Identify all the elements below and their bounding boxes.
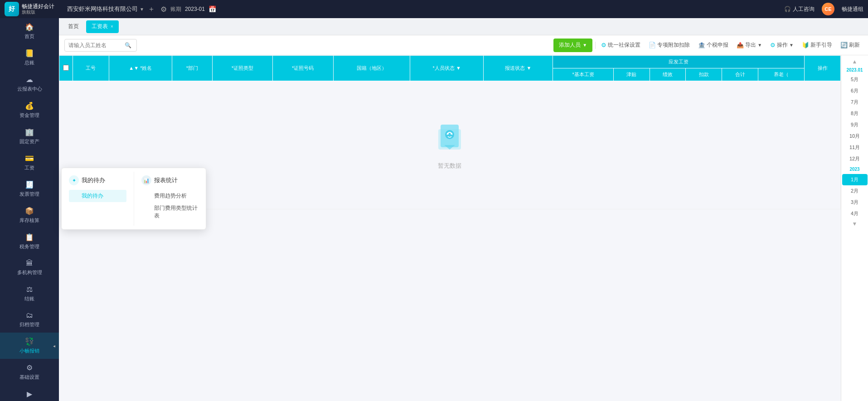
personal-tax-label: 个税申报 <box>707 41 728 49</box>
month-12[interactable]: 12月 <box>842 153 868 164</box>
asset-icon: 🏢 <box>25 128 34 136</box>
logo-text: 畅捷通好会计 旗舰版 <box>22 3 54 15</box>
month-9[interactable]: 9月 <box>842 119 868 130</box>
th-employee-id: 工号 <box>73 56 109 81</box>
popup-item-my-todo[interactable]: 我的待办 <box>69 190 126 202</box>
th-name[interactable]: ▲▼ *姓名 <box>109 56 172 81</box>
new-guide-action[interactable]: 🔰 新手引导 <box>799 39 835 52</box>
sidebar-item-archive[interactable]: 🗂 归档管理 <box>0 307 59 333</box>
year-label: 2023.01 <box>846 66 863 74</box>
operations-action[interactable]: ⚙ 操作 ▼ <box>767 39 796 52</box>
popup-item-dept-expense[interactable]: 部门费用类型统计表 <box>141 202 199 222</box>
cloud-icon: ☁ <box>26 75 33 84</box>
sidebar-item-fund[interactable]: 💰 资金管理 <box>0 97 59 123</box>
period-label: 账期 <box>170 5 181 13</box>
popup-menu: ✦ 我的待办 我的待办 📊 报表统计 费用趋势分析 部门费用类型统计表 <box>61 168 206 230</box>
th-id-type: *证照类型 <box>212 56 272 81</box>
company-selector[interactable]: 西安虾米网络科技有限公司 ▼ <box>67 5 144 13</box>
personal-tax-action[interactable]: 🏦 个税申报 <box>695 39 731 52</box>
fund-icon: 💰 <box>25 101 34 110</box>
export-action[interactable]: 📤 导出 ▼ <box>734 39 765 52</box>
sidebar-item-invoice[interactable]: 🧾 发票管理 <box>0 176 59 202</box>
sidebar-label-home: 首页 <box>24 33 34 40</box>
popup-section-icon-1: ✦ <box>69 175 79 185</box>
sidebar-item-xiaochang[interactable]: 💱 小畅报销 ◂ <box>0 333 59 359</box>
popup-title-2: 报表统计 <box>154 176 178 184</box>
sidebar-item-tax[interactable]: 📋 税务管理 <box>0 228 59 255</box>
table-header-row1: 工号 ▲▼ *姓名 *部门 *证照类型 *证照号码 国籍（地区） *人员状态 ▼… <box>59 56 841 68</box>
ops-label: 操作 <box>777 41 788 49</box>
support-button[interactable]: 🎧 人工咨询 <box>784 5 815 13</box>
th-id-number: *证照号码 <box>273 56 333 81</box>
sidebar-item-basic-settings[interactable]: ⚙ 基础设置 <box>0 359 59 385</box>
user-name: 畅捷通组 <box>842 5 863 13</box>
month-nav-down[interactable]: ▼ <box>850 219 859 228</box>
sidebar-label-tax: 税务管理 <box>19 243 39 250</box>
basic-settings-icon: ⚙ <box>26 363 33 372</box>
th-report-status[interactable]: 报送状态 ▼ <box>484 56 553 81</box>
sidebar-item-inventory[interactable]: 📦 库存核算 <box>0 202 59 228</box>
th-person-status[interactable]: *人员状态 ▼ <box>410 56 484 81</box>
social-insurance-action[interactable]: ⚙ 统一社保设置 <box>598 39 643 52</box>
sidebar-label-xiaochang: 小畅报销 <box>19 348 39 354</box>
top-bar: 好 畅捷通好会计 旗舰版 西安虾米网络科技有限公司 ▼ ＋ ⚙ 账期 2023-… <box>0 0 868 18</box>
select-all-checkbox[interactable] <box>63 65 69 71</box>
special-deduction-action[interactable]: 📄 专项附加扣除 <box>646 39 693 52</box>
month-nav-up[interactable]: ▲ <box>850 57 859 66</box>
guide-icon: ▶ <box>27 390 32 398</box>
calendar-icon[interactable]: 📅 <box>209 5 216 13</box>
sidebar-item-fixed-asset[interactable]: 🏢 固定资产 <box>0 123 59 150</box>
th-department: *部门 <box>172 56 213 81</box>
sidebar-item-salary[interactable]: 💳 工资 <box>0 150 59 176</box>
month-10[interactable]: 10月 <box>842 130 868 142</box>
new-guide-label: 新手引导 <box>810 41 832 49</box>
popup-section-title-2: 📊 报表统计 <box>141 175 199 185</box>
sidebar-item-cloud-report[interactable]: ☁ 云报表中心 <box>0 71 59 97</box>
tab-home[interactable]: 首页 <box>63 20 84 33</box>
popup-col-1: ✦ 我的待办 我的待办 <box>62 168 134 229</box>
sidebar-item-new-guide[interactable]: ▶ 新手引导 <box>0 385 59 401</box>
tab-salary-table[interactable]: 工资表 × <box>86 20 119 33</box>
sidebar-item-multi-org[interactable]: 🏛 多机构管理 <box>0 255 59 280</box>
month-2[interactable]: 2月 <box>842 185 868 197</box>
sidebar-label-archive: 归档管理 <box>19 321 39 328</box>
tab-close-icon[interactable]: × <box>111 24 113 29</box>
search-input[interactable] <box>68 42 123 48</box>
sidebar-item-settlement[interactable]: ⚖ 结账 <box>0 280 59 307</box>
tax-icon: 📋 <box>25 233 34 242</box>
ledger-icon: 📒 <box>25 49 34 58</box>
top-bar-right: 🎧 人工咨询 CE 畅捷通组 <box>784 3 863 15</box>
month-1-current[interactable]: 1月 <box>842 174 868 185</box>
popup-section-icon-2: 📊 <box>141 175 151 185</box>
sidebar-label-org: 多机构管理 <box>17 269 42 276</box>
sidebar-label-salary: 工资 <box>24 164 34 171</box>
month-8[interactable]: 8月 <box>842 108 868 119</box>
inventory-icon: 📦 <box>25 207 34 215</box>
year-2023: 2023 <box>842 164 868 174</box>
settings-icon[interactable]: ⚙ <box>160 5 167 14</box>
tab-home-label: 首页 <box>68 23 79 30</box>
sidebar-item-home[interactable]: 🏠 首页 <box>0 18 59 44</box>
avatar[interactable]: CE <box>822 3 834 15</box>
th-allowance: 津贴 <box>613 68 650 81</box>
toolbar-right: 添加人员 ▼ ⚙ 统一社保设置 📄 专项附加扣除 🏦 个税申报 📤 <box>553 39 863 52</box>
month-4[interactable]: 4月 <box>842 208 868 219</box>
search-box[interactable]: 🔍 <box>64 39 137 52</box>
xiaochang-icon: 💱 <box>25 337 34 346</box>
th-checkbox[interactable] <box>59 56 73 81</box>
th-operations: 操作 <box>805 56 841 81</box>
month-6[interactable]: 6月 <box>842 85 868 97</box>
company-name: 西安虾米网络科技有限公司 <box>67 5 138 13</box>
add-icon[interactable]: ＋ <box>148 5 155 14</box>
popup-item-expense-trend[interactable]: 费用趋势分析 <box>141 190 199 202</box>
month-7[interactable]: 7月 <box>842 97 868 108</box>
sidebar-label-fund: 资金管理 <box>19 112 39 119</box>
add-person-button[interactable]: 添加人员 ▼ <box>553 39 592 52</box>
month-3[interactable]: 3月 <box>842 197 868 208</box>
home-icon: 🏠 <box>25 23 34 31</box>
refresh-action[interactable]: 🔄 刷新 <box>838 39 863 52</box>
sidebar-label-basic: 基础设置 <box>19 374 39 381</box>
month-5[interactable]: 5月 <box>842 74 868 85</box>
sidebar-item-ledger[interactable]: 📒 总账 <box>0 44 59 71</box>
month-11[interactable]: 11月 <box>842 142 868 153</box>
